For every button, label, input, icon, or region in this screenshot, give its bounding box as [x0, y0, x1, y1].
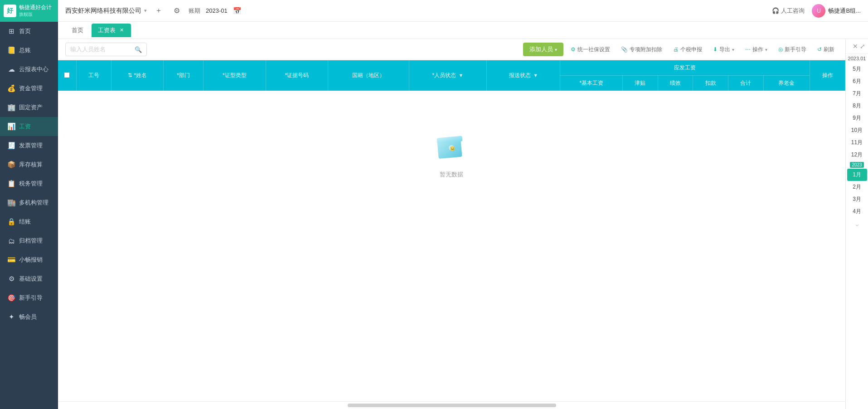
sidebar-item-member[interactable]: ✦ 畅会员 — [0, 307, 58, 326]
calendar-icon[interactable]: 📅 — [233, 7, 242, 15]
sidebar-item-ledger[interactable]: 📒 总账 — [0, 41, 58, 60]
right-sidebar: ✕ ⤢ 2023.01 5月 6月 7月 8月 9月 — [845, 39, 868, 409]
sidebar-item-fund[interactable]: 💰 资金管理 — [0, 79, 58, 98]
header-right: 🎧 人工咨询 U 畅捷通B组... — [772, 4, 861, 18]
sidebar-item-label: 税务管理 — [19, 180, 43, 188]
empty-state-cell: 😐 暂无数据 — [58, 91, 845, 215]
export-button[interactable]: ⬇ 导出 ▾ — [709, 44, 738, 56]
col-header-number: 工号 — [76, 60, 112, 91]
col-header-base-salary: *基本工资 — [560, 76, 623, 91]
sidebar-item-label: 工资 — [19, 122, 31, 131]
col-header-pension: 养老金 — [763, 76, 810, 91]
refresh-icon: ↺ — [817, 46, 822, 53]
sidebar-item-label: 总账 — [19, 46, 31, 54]
sidebar-item-archive[interactable]: 🗂 归档管理 — [0, 231, 58, 250]
user-info[interactable]: U 畅捷通B组... — [812, 4, 861, 18]
sidebar-item-close[interactable]: 🔒 结账 — [0, 212, 58, 231]
social-security-button[interactable]: ⚙ 统一社保设置 — [567, 44, 614, 56]
sidebar-item-tax[interactable]: 📋 税务管理 — [0, 174, 58, 193]
refresh-label: 刷新 — [824, 46, 834, 54]
fund-icon: 💰 — [7, 84, 15, 93]
company-selector[interactable]: 西安虾米网络科技有限公司 ▾ — [65, 7, 147, 15]
special-deduction-button[interactable]: 📎 专项附加扣除 — [617, 44, 666, 56]
sidebar-logo: 好 畅捷通好会计 旗舰版 — [0, 0, 58, 22]
add-person-label: 添加人员 — [529, 45, 553, 54]
sidebar-item-invoice[interactable]: 🧾 发票管理 — [0, 136, 58, 155]
add-person-button[interactable]: 添加人员 ▾ — [523, 43, 563, 56]
chevron-down-icon: ▾ — [144, 8, 147, 14]
tab-home[interactable]: 首页 — [65, 24, 90, 37]
main-area: 西安虾米网络科技有限公司 ▾ ＋ ⚙ 账期 2023-01 📅 🎧 人工咨询 U… — [58, 0, 868, 409]
add-company-button[interactable]: ＋ — [152, 5, 165, 17]
asset-icon: 🏢 — [7, 103, 15, 112]
sidebar-item-fixed-asset[interactable]: 🏢 固定资产 — [0, 98, 58, 117]
month-item-6[interactable]: 6月 — [847, 75, 867, 88]
month-list: 5月 6月 7月 8月 9月 10月 11月 — [846, 63, 868, 409]
logo-icon: 好 — [4, 5, 16, 17]
expense-icon: 💳 — [7, 256, 15, 264]
checkbox-col-header[interactable] — [58, 60, 76, 91]
refresh-button[interactable]: ↺ 刷新 — [814, 44, 838, 56]
col-header-action: 操作 — [810, 60, 845, 91]
close-period-icon: 🔒 — [7, 218, 15, 226]
month-item-1[interactable]: 1月 — [847, 169, 867, 181]
human-service-label: 人工咨询 — [781, 7, 805, 15]
human-service-button[interactable]: 🎧 人工咨询 — [772, 7, 805, 15]
status-filter-icon[interactable]: ▼ — [459, 73, 464, 78]
main-layout: 输入人员姓名 🔍 添加人员 ▾ ⚙ 统一社保设置 📎 专项附加扣除 🖨 — [58, 39, 868, 409]
month-item-11[interactable]: 11月 — [847, 136, 867, 149]
panel-close-icon[interactable]: ✕ — [853, 43, 858, 50]
month-item-4[interactable]: 4月 — [847, 205, 867, 218]
table-container: 工号 ⇅ *姓名 *部门 *证型类型 *证据号码 国籍（地区） *人员状态 ▼ … — [58, 60, 845, 409]
month-item-10[interactable]: 10月 — [847, 124, 867, 136]
sidebar-item-settings[interactable]: ⚙ 基础设置 — [0, 269, 58, 288]
col-header-deduction: 扣款 — [693, 76, 728, 91]
col-header-cert-type: *证型类型 — [203, 60, 266, 91]
panel-expand-icon[interactable]: ⤢ — [860, 43, 865, 50]
tax-icon: 📋 — [7, 180, 15, 188]
sidebar-item-salary[interactable]: 📊 工资 — [0, 117, 58, 136]
sidebar-item-cloud-report[interactable]: ☁ 云报表中心 — [0, 60, 58, 79]
report-filter-icon[interactable]: ▼ — [533, 73, 538, 78]
col-header-status: *人员状态 ▼ — [409, 60, 487, 91]
sidebar-item-label: 云报表中心 — [19, 65, 48, 73]
user-avatar: U — [812, 4, 825, 18]
month-item-5[interactable]: 5月 — [847, 63, 867, 75]
guide-toolbar-label: 新手引导 — [785, 46, 806, 54]
empty-state: 😐 暂无数据 — [58, 91, 845, 215]
search-placeholder: 输入人员姓名 — [70, 45, 106, 54]
sidebar-item-expense[interactable]: 💳 小畅报销 — [0, 250, 58, 269]
settings-gear-icon[interactable]: ⚙ — [170, 5, 183, 17]
month-item-8[interactable]: 8月 — [847, 100, 867, 112]
tab-close-icon[interactable]: ✕ — [118, 27, 125, 34]
sidebar-item-multi-org[interactable]: 🏬 多机构管理 — [0, 193, 58, 212]
scroll-down-icon[interactable]: ⌄ — [854, 219, 860, 228]
operation-label: 操作 — [752, 46, 763, 54]
salary-icon: 📊 — [7, 122, 15, 131]
search-input[interactable]: 输入人员姓名 🔍 — [65, 43, 147, 56]
scrollbar-area — [58, 401, 845, 409]
guide-button[interactable]: ◎ 新手引导 — [775, 44, 810, 56]
add-person-chevron-icon: ▾ — [555, 47, 557, 52]
month-item-7[interactable]: 7月 — [847, 88, 867, 100]
sidebar-item-label: 畅会员 — [19, 313, 37, 321]
special-deduction-label: 专项附加扣除 — [630, 46, 662, 54]
operation-button[interactable]: ⋯ 操作 ▾ — [742, 44, 771, 56]
sidebar-item-guide[interactable]: 🎯 新手引导 — [0, 288, 58, 307]
scrollbar-thumb[interactable] — [348, 404, 556, 407]
logo-sub-text: 旗舰版 — [19, 11, 52, 18]
month-item-2[interactable]: 2月 — [847, 181, 867, 193]
select-all-checkbox[interactable] — [64, 72, 70, 78]
sidebar-item-inventory[interactable]: 📦 库存核算 — [0, 155, 58, 174]
personal-tax-button[interactable]: 🖨 个税申报 — [669, 44, 706, 56]
col-header-total: 合计 — [728, 76, 763, 91]
sidebar-item-home[interactable]: ⊞ 首页 — [0, 22, 58, 41]
month-item-3[interactable]: 3月 — [847, 193, 867, 205]
tab-salary-table[interactable]: 工资表 ✕ — [92, 24, 131, 37]
month-item-9[interactable]: 9月 — [847, 112, 867, 124]
tab-salary-label: 工资表 — [98, 26, 116, 34]
sidebar-item-label: 新手引导 — [19, 294, 43, 302]
month-item-12[interactable]: 12月 — [847, 149, 867, 161]
empty-state-text: 暂无数据 — [440, 170, 463, 179]
scrollbar-track[interactable] — [348, 404, 556, 407]
